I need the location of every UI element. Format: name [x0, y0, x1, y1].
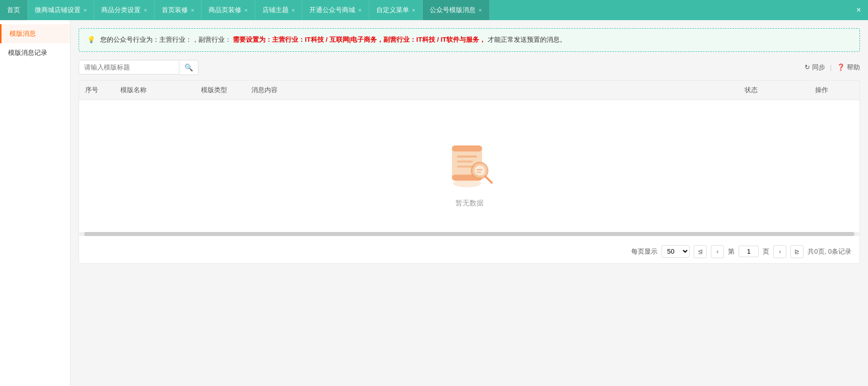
svg-rect-11	[477, 172, 481, 173]
empty-text: 暂无数据	[455, 199, 484, 208]
page-label-pre: 第	[728, 247, 735, 256]
svg-rect-10	[477, 169, 483, 171]
svg-line-9	[485, 176, 492, 183]
content-area: 💡 您的公众号行业为：主营行业：，副营行业： 需要设置为：主营行业：IT科技 /…	[71, 20, 868, 386]
nav-tab-goods-decor[interactable]: 商品页装修 ×	[202, 0, 255, 20]
scrollbar-thumb[interactable]	[84, 232, 854, 236]
nav-tab-open-mall-label: 开通公众号商城	[309, 6, 355, 15]
empty-icon	[439, 130, 500, 191]
scrollbar-track[interactable]	[79, 232, 859, 236]
first-page-icon: ⊴	[698, 248, 703, 255]
next-page-icon: ›	[779, 248, 781, 255]
search-button[interactable]: 🔍	[179, 60, 198, 75]
nav-tab-shop-theme-label: 店铺主题	[262, 6, 289, 15]
nav-tab-home-decor[interactable]: 首页装修 ×	[155, 0, 202, 20]
nav-tab-shop-theme[interactable]: 店铺主题 ×	[255, 0, 302, 20]
help-label: 帮助	[847, 63, 860, 72]
close-home-decor[interactable]: ×	[191, 7, 194, 13]
sync-button[interactable]: ↻ 同步	[805, 63, 825, 72]
col-action: 操作	[809, 81, 859, 100]
sidebar-item-template-msg-label: 模版消息	[10, 30, 36, 37]
empty-state: 暂无数据	[79, 100, 859, 228]
table-header: 序号 模版名称 模版类型 消息内容 状态 操作	[79, 81, 859, 100]
page-number-input[interactable]	[739, 246, 759, 257]
nav-tab-open-mall[interactable]: 开通公众号商城 ×	[302, 0, 369, 20]
svg-rect-2	[452, 145, 482, 151]
sidebar-item-template-record-label: 模版消息记录	[8, 49, 47, 56]
nav-tab-template-msg[interactable]: 公众号模版消息 ×	[423, 0, 489, 20]
close-shop-theme[interactable]: ×	[292, 7, 295, 13]
close-goods-cat[interactable]: ×	[144, 7, 147, 13]
nav-tab-home[interactable]: 首页	[0, 0, 28, 20]
page-size-select[interactable]: 50 10 20 100	[661, 245, 690, 258]
table-wrapper: 序号 模版名称 模版类型 消息内容 状态 操作	[79, 80, 860, 264]
nav-tab-wsc-shop-label: 微商城店铺设置	[35, 6, 81, 15]
nav-tab-custom-menu-label: 自定义菜单	[376, 6, 409, 15]
notice-icon: 💡	[87, 36, 95, 43]
toolbar: 🔍 ↻ 同步 | ❓ 帮助	[79, 60, 860, 75]
pagination: 每页显示 50 10 20 100 ⊴ ‹ 第 页 ›	[79, 240, 859, 263]
col-status: 状态	[739, 81, 809, 100]
close-custom-menu[interactable]: ×	[412, 7, 415, 13]
nav-tab-template-msg-label: 公众号模版消息	[430, 6, 476, 15]
prev-page-icon: ‹	[716, 248, 718, 255]
nav-tab-wsc-shop[interactable]: 微商城店铺设置 ×	[28, 0, 94, 20]
next-page-button[interactable]: ›	[773, 245, 786, 258]
last-page-button[interactable]: ⊵	[790, 245, 804, 258]
close-open-mall[interactable]: ×	[358, 7, 361, 13]
sidebar-item-template-record[interactable]: 模版消息记录	[0, 43, 70, 62]
nav-tab-home-label: 首页	[7, 6, 20, 15]
notice-box: 💡 您的公众号行业为：主营行业：，副营行业： 需要设置为：主营行业：IT科技 /…	[79, 28, 860, 52]
nav-tab-home-decor-label: 首页装修	[162, 6, 188, 15]
col-name: 模版名称	[114, 81, 195, 100]
top-nav: 首页 微商城店铺设置 × 商品分类设置 × 首页装修 × 商品页装修 × 店铺主…	[0, 0, 868, 20]
page-size-label: 每页显示	[631, 247, 657, 256]
svg-point-8	[475, 166, 485, 176]
help-button[interactable]: ❓ 帮助	[837, 63, 860, 72]
notice-highlight: 需要设置为：主营行业：IT科技 / 互联网|电子商务，副营行业：IT科技 / I…	[233, 36, 486, 43]
toolbar-divider: |	[830, 63, 832, 71]
prev-page-button[interactable]: ‹	[711, 245, 724, 258]
notice-suffix: 才能正常发送预置的消息。	[488, 36, 566, 43]
nav-tab-custom-menu[interactable]: 自定义菜单 ×	[369, 0, 423, 20]
refresh-icon: ↻	[805, 63, 810, 71]
nav-tab-goods-decor-label: 商品页装修	[209, 6, 241, 15]
close-goods-decor[interactable]: ×	[244, 7, 247, 13]
close-wsc-shop[interactable]: ×	[84, 7, 87, 13]
search-input[interactable]	[79, 60, 179, 74]
page-label-suf: 页	[763, 247, 769, 256]
total-info: 共0页, 0条记录	[808, 247, 851, 256]
close-all-tabs[interactable]: ×	[849, 6, 868, 15]
notice-prefix: 您的公众号行业为：主营行业：，副营行业：	[100, 36, 231, 43]
search-icon: 🔍	[184, 63, 193, 71]
col-type: 模版类型	[195, 81, 245, 100]
nav-tab-goods-cat-label: 商品分类设置	[101, 6, 141, 15]
sidebar: 模版消息 模版消息记录	[0, 20, 71, 386]
col-seq: 序号	[79, 81, 114, 100]
sync-label: 同步	[812, 63, 825, 72]
help-icon: ❓	[837, 63, 845, 71]
first-page-button[interactable]: ⊴	[694, 245, 707, 258]
search-area: 🔍	[79, 60, 198, 75]
sidebar-item-template-msg[interactable]: 模版消息	[0, 24, 70, 43]
nav-tab-goods-cat[interactable]: 商品分类设置 ×	[94, 0, 154, 20]
main-layout: 模版消息 模版消息记录 💡 您的公众号行业为：主营行业：，副营行业： 需要设置为…	[0, 20, 868, 386]
svg-rect-5	[457, 161, 473, 163]
toolbar-right: ↻ 同步 | ❓ 帮助	[805, 63, 860, 72]
col-content: 消息内容	[245, 81, 739, 100]
svg-rect-4	[457, 156, 477, 158]
close-template-msg[interactable]: ×	[479, 7, 482, 13]
last-page-icon: ⊵	[794, 248, 799, 255]
